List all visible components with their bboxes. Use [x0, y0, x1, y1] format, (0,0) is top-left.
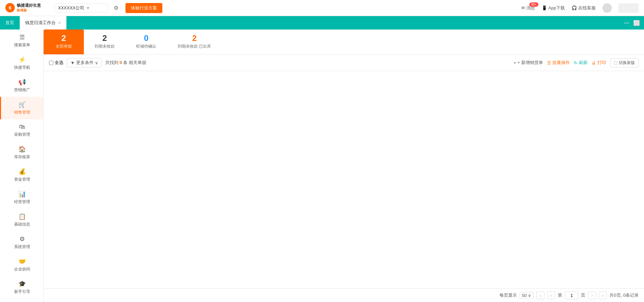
tab-home[interactable]: 首页	[0, 16, 20, 29]
sidebar-item-inventory[interactable]: 🏠 库存核算	[0, 141, 43, 164]
per-page-select[interactable]: 50 ∨	[520, 292, 534, 299]
prev-page-icon: <	[550, 293, 553, 298]
operations-icon: 📊	[18, 190, 26, 198]
topbar: 6 畅捷通好生意 标准版 XXXXXX公司 ▾ ⚙ 体验行业方案 ✉ 消息 99…	[0, 0, 644, 16]
sidebar-item-search[interactable]: ☰ 搜索菜单	[0, 29, 43, 52]
found-prefix: 共找到	[105, 60, 118, 65]
sidebar-item-basic-info-label: 基础信息	[14, 222, 30, 227]
tab-maximize-icon[interactable]: ⬜	[633, 20, 640, 26]
download-icon: 📱	[542, 5, 547, 10]
sidebar-item-basic-info[interactable]: 📋 基础信息	[0, 209, 43, 231]
logo-icon: 6	[5, 3, 15, 12]
sidebar-item-guide[interactable]: 🎓 新手引导	[0, 276, 43, 299]
stat-tab-all[interactable]: 2 全部单据	[44, 29, 84, 54]
settings-button[interactable]: ⚙	[111, 3, 121, 13]
select-all-label: 全选	[55, 60, 63, 66]
stat-tab-overdue-shipped[interactable]: 2 到期未收款 已出库	[167, 29, 222, 54]
select-all-input[interactable]	[49, 61, 53, 65]
sidebar-item-enterprise[interactable]: 🤝 企业协同	[0, 254, 43, 276]
per-page-value: 50	[522, 293, 527, 298]
sidebar-item-purchase[interactable]: 🛍 采购管理	[0, 119, 43, 141]
add-icon: +	[514, 60, 516, 65]
experience-button[interactable]: 体验行业方案	[125, 3, 162, 13]
sidebar-item-app-center[interactable]: 📱 应用中心	[0, 299, 43, 302]
sidebar-item-purchase-label: 采购管理	[14, 132, 30, 137]
message-button[interactable]: ✉ 消息 99+	[521, 5, 535, 11]
tab-workbench[interactable]: 钱货日清工作台 ×	[20, 16, 66, 29]
company-selector[interactable]: XXXXXX公司 ▾	[54, 3, 108, 13]
tab-close-icon[interactable]: ×	[58, 20, 61, 25]
inventory-icon: 🏠	[18, 145, 26, 153]
sidebar-item-enterprise-label: 企业协同	[14, 266, 30, 272]
batch-label: 批量操作	[552, 60, 570, 66]
filter-dropdown-icon: ∨	[95, 60, 98, 65]
logo-sub: 标准版	[17, 8, 41, 13]
stats-row: 2 全部单据 2 到期未收款 0 旺铺待确认 2 到期未收款 已出库	[44, 29, 644, 55]
avatar[interactable]	[602, 3, 612, 13]
stat-label-overdue-shipped: 到期未收款 已出库	[178, 44, 211, 49]
stat-num-wangpu: 0	[144, 34, 148, 43]
switch-label: 切换新版	[619, 60, 635, 66]
system-icon: ⚙	[19, 235, 25, 243]
filter-icon: ▼	[70, 60, 75, 65]
sidebar-item-finance[interactable]: 💰 资金管理	[0, 164, 43, 186]
sidebar: ☰ 搜索菜单 ⚡ 快捷导航 📢 营销推广 🛒 销售管理 🛍 采购管理 🏠 库存核…	[0, 29, 44, 302]
online-service-button[interactable]: 🎧 在线客服	[572, 5, 596, 11]
stat-num-overdue: 2	[102, 34, 107, 43]
table-area	[44, 71, 644, 288]
message-icon: ✉	[521, 5, 525, 10]
topbar-right: ✉ 消息 99+ 📱 App下载 🎧 在线客服	[521, 3, 639, 13]
toolbar-left: 全选 ▼ 更多条件 ∨ 共找到 0 条 相关单据	[49, 58, 146, 67]
sidebar-item-marketing[interactable]: 📢 营销推广	[0, 74, 43, 97]
refresh-label: 刷新	[579, 60, 588, 66]
app-download-button[interactable]: 📱 App下载	[542, 5, 565, 11]
toolbar: 全选 ▼ 更多条件 ∨ 共找到 0 条 相关单据 + + 新增销货单	[44, 55, 644, 71]
sidebar-item-shortcut-label: 快捷导航	[14, 65, 30, 70]
found-text: 共找到 0 条 相关单据	[105, 60, 146, 66]
first-page-button[interactable]: «	[536, 291, 544, 299]
stat-tab-overdue[interactable]: 2 到期未收款	[84, 29, 125, 54]
sidebar-item-operations[interactable]: 📊 经营管理	[0, 186, 43, 209]
sidebar-item-marketing-label: 营销推广	[14, 87, 30, 93]
filter-button[interactable]: ▼ 更多条件 ∨	[67, 58, 102, 67]
sidebar-item-sales[interactable]: 🛒 销售管理	[0, 97, 43, 119]
refresh-icon: ↻	[574, 60, 578, 65]
app-logo: 6 畅捷通好生意 标准版	[5, 3, 49, 12]
select-all-checkbox[interactable]: 全选	[49, 60, 63, 66]
add-order-button[interactable]: + + 新增销货单	[514, 60, 543, 66]
tabbar-controls: — ⬜	[624, 20, 644, 26]
page-input[interactable]	[565, 291, 578, 299]
filter-label: 更多条件	[76, 60, 94, 66]
sidebar-item-shortcut[interactable]: ⚡ 快捷导航	[0, 52, 43, 74]
message-badge: 99+	[529, 2, 538, 7]
company-name: XXXXXX公司	[58, 5, 84, 11]
batch-icon: ☰	[547, 60, 551, 65]
tab-minimize-icon[interactable]: —	[624, 20, 629, 26]
stat-num-all: 2	[61, 34, 66, 43]
last-page-button[interactable]: »	[599, 291, 607, 299]
finance-icon: 💰	[18, 168, 26, 175]
print-button[interactable]: 🖨 打印	[592, 60, 606, 66]
switch-icon: ⬚	[614, 60, 618, 65]
add-label: + 新增销货单	[518, 60, 543, 66]
stat-label-wangpu: 旺铺待确认	[136, 44, 156, 49]
prev-page-button[interactable]: <	[547, 291, 555, 299]
shortcut-icon: ⚡	[18, 56, 26, 63]
last-page-icon: »	[602, 293, 604, 298]
sidebar-item-system[interactable]: ⚙ 系统管理	[0, 231, 43, 254]
found-count: 0	[120, 60, 122, 65]
stat-label-all: 全部单据	[56, 44, 72, 49]
sidebar-item-inventory-label: 库存核算	[14, 154, 30, 160]
total-label: 共0页, 0条记录	[609, 292, 639, 298]
refresh-button[interactable]: ↻ 刷新	[574, 60, 588, 66]
basic-info-icon: 📋	[18, 213, 26, 220]
next-page-button[interactable]: >	[588, 291, 596, 299]
stat-label-overdue: 到期未收款	[95, 44, 115, 49]
purchase-icon: 🛍	[19, 123, 25, 130]
user-name[interactable]	[619, 3, 639, 13]
enterprise-icon: 🤝	[18, 258, 26, 265]
per-page-arrow: ∨	[528, 293, 531, 298]
batch-operation-button[interactable]: ☰ 批量操作	[547, 60, 570, 66]
stat-tab-wangpu[interactable]: 0 旺铺待确认	[125, 29, 167, 54]
switch-version-button[interactable]: ⬚ 切换新版	[610, 58, 639, 67]
